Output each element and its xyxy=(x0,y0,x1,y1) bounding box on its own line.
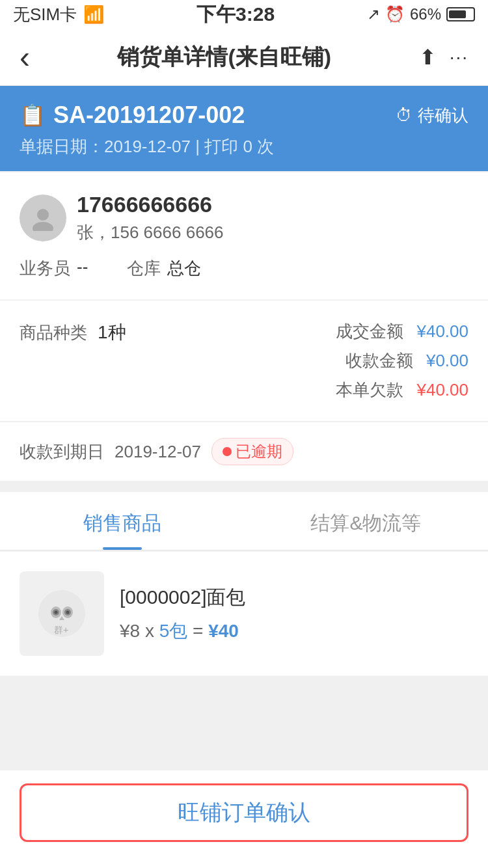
customer-section: 17666666666 张，156 6666 6666 业务员 -- 仓库 总仓 xyxy=(0,172,488,299)
product-price-row: ¥8 x 5包 = ¥40 xyxy=(120,619,468,644)
svg-point-1 xyxy=(33,222,53,231)
customer-avatar xyxy=(20,195,66,241)
product-item: 群+ [0000002]面包 ¥8 x 5包 = ¥40 xyxy=(0,552,488,676)
owed-row: 本单欠款 ¥40.00 xyxy=(336,379,468,401)
overdue-dot-icon xyxy=(223,447,232,456)
amount-label: 成交金额 xyxy=(336,320,403,343)
warehouse-value: 总仓 xyxy=(167,257,201,280)
warehouse-label: 仓库 xyxy=(127,257,161,280)
customer-phone: 17666666666 xyxy=(77,192,224,217)
svg-point-0 xyxy=(37,209,49,221)
due-label: 收款到期日 xyxy=(20,441,104,463)
page-title: 销货单详情(来自旺铺) xyxy=(117,42,331,72)
overdue-badge: 已逾期 xyxy=(211,438,293,465)
received-label: 收款金额 xyxy=(346,349,413,372)
order-icon: 📋 xyxy=(20,103,46,128)
status-time: 下午3:28 xyxy=(197,1,275,28)
amounts-area: 成交金额 ¥40.00 收款金额 ¥0.00 本单欠款 ¥40.00 xyxy=(336,320,468,401)
status-right: ↗ ⏰ 66% xyxy=(367,5,475,23)
nav-left: ‹ xyxy=(20,39,30,75)
due-date-value: 2019-12-07 xyxy=(115,442,201,462)
order-date-label: 单据日期： xyxy=(20,137,104,156)
nav-right: ⬆ ··· xyxy=(419,45,468,70)
product-type-value: 1种 xyxy=(98,320,126,345)
alarm-icon: ⏰ xyxy=(385,5,405,23)
tab-sales-products[interactable]: 销售商品 xyxy=(0,492,244,550)
wifi-icon: 📶 xyxy=(83,5,104,25)
owed-value: ¥40.00 xyxy=(416,380,468,400)
bottom-bar: 旺铺订单确认 xyxy=(0,770,488,868)
tab-settlement-label: 结算&物流等 xyxy=(310,512,421,534)
back-button[interactable]: ‹ xyxy=(20,39,30,75)
owed-label: 本单欠款 xyxy=(336,379,403,401)
battery-text: 66% xyxy=(410,5,441,23)
warehouse-item: 仓库 总仓 xyxy=(127,257,201,280)
confirm-button-label: 旺铺订单确认 xyxy=(178,798,310,828)
status-bar: 无SIM卡 📶 下午3:28 ↗ ⏰ 66% xyxy=(0,0,488,29)
product-section: 群+ [0000002]面包 ¥8 x 5包 = ¥40 xyxy=(0,552,488,676)
product-price: ¥8 xyxy=(120,621,140,641)
nav-bar: ‹ 销货单详情(来自旺铺) ⬆ ··· xyxy=(0,29,488,86)
product-type-area: 商品种类 1种 xyxy=(20,320,126,345)
product-type-label: 商品种类 xyxy=(20,321,87,344)
product-total: ¥40 xyxy=(208,621,239,641)
svg-point-7 xyxy=(55,611,58,614)
salesperson-value: -- xyxy=(77,257,88,280)
due-date-section: 收款到期日 2019-12-07 已逾期 xyxy=(0,422,488,481)
order-status: ⏱ 待确认 xyxy=(396,104,468,127)
received-row: 收款金额 ¥0.00 xyxy=(346,349,468,372)
equals-sign: = xyxy=(193,621,203,641)
confirm-order-button[interactable]: 旺铺订单确认 xyxy=(20,783,468,842)
status-text: 待确认 xyxy=(418,104,468,127)
battery-icon xyxy=(446,7,475,21)
more-button[interactable]: ··· xyxy=(450,47,468,68)
tab-sales-label: 销售商品 xyxy=(83,512,161,534)
order-id-text: SA-20191207-002 xyxy=(53,102,245,129)
product-info: [0000002]面包 ¥8 x 5包 = ¥40 xyxy=(120,584,468,644)
order-date: 单据日期：2019-12-07 | 打印 0 次 xyxy=(20,135,468,158)
product-qty: 5包 xyxy=(159,621,188,641)
amount-row: 成交金额 ¥40.00 xyxy=(336,320,468,343)
order-id: 📋 SA-20191207-002 xyxy=(20,102,245,129)
svg-text:群+: 群+ xyxy=(54,625,68,635)
order-header: 📋 SA-20191207-002 ⏱ 待确认 单据日期：2019-12-07 … xyxy=(0,86,488,171)
salesperson-label: 业务员 xyxy=(20,257,70,280)
summary-section: 商品种类 1种 成交金额 ¥40.00 收款金额 ¥0.00 本单欠款 ¥40.… xyxy=(0,301,488,421)
order-print-info: | 打印 0 次 xyxy=(195,137,274,156)
amount-value: ¥40.00 xyxy=(416,321,468,342)
share-button[interactable]: ⬆ xyxy=(419,45,437,70)
carrier-text: 无SIM卡 xyxy=(13,3,77,26)
overdue-text: 已逾期 xyxy=(236,441,282,462)
product-thumbnail: 群+ xyxy=(20,571,104,656)
order-date-value: 2019-12-07 xyxy=(104,137,191,156)
salesperson-item: 业务员 -- xyxy=(20,257,88,280)
tabs-section: 销售商品 结算&物流等 xyxy=(0,492,488,550)
location-icon: ↗ xyxy=(367,5,380,23)
svg-point-8 xyxy=(66,611,70,614)
tab-settlement[interactable]: 结算&物流等 xyxy=(244,492,488,550)
product-name: [0000002]面包 xyxy=(120,584,468,611)
received-value: ¥0.00 xyxy=(426,351,468,371)
status-clock-icon: ⏱ xyxy=(396,105,413,126)
tab-underline xyxy=(103,547,142,550)
multiply-icon: x xyxy=(145,621,154,641)
customer-name: 张，156 6666 6666 xyxy=(77,221,224,244)
status-left: 无SIM卡 📶 xyxy=(13,3,104,26)
